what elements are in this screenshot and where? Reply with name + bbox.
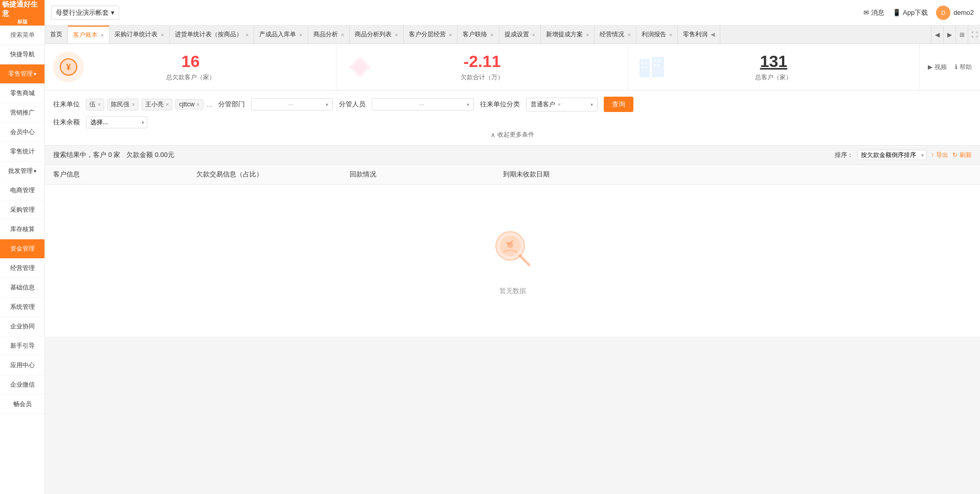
dept-dots-icon[interactable]: ···	[288, 101, 293, 108]
refresh-btn[interactable]: ↻ 刷新	[952, 151, 972, 160]
sidebar-item-basic-info[interactable]: 基础信息	[0, 278, 44, 298]
sidebar-item-new-guide[interactable]: 新手引导	[0, 336, 44, 356]
tab-improve-settings[interactable]: 提成设置 ×	[499, 26, 541, 44]
tab-new-improve[interactable]: 新增提成方案 ×	[541, 26, 595, 44]
col-due-date: 到期未收款日期	[503, 170, 972, 179]
tab-close-profit-report[interactable]: ×	[669, 32, 672, 38]
stat-bg-icon-2	[345, 52, 375, 82]
sidebar-item-member-center[interactable]: 会员中心	[0, 123, 44, 142]
help-doc-btn[interactable]: ℹ 帮助	[955, 63, 972, 72]
dept-input[interactable]: ··· ▾	[251, 98, 333, 110]
remove-tag-cjttcw[interactable]: ×	[196, 101, 199, 107]
app-download-btn[interactable]: 📱 App下载	[893, 8, 928, 17]
user-menu[interactable]: D demo2	[936, 6, 974, 20]
main-area: 母婴行业演示帐套 ▾ ✉ 消息 📱 App下载 D demo2 首页 客户账本 …	[45, 0, 980, 494]
person-input[interactable]: ··· ▾	[372, 98, 474, 110]
sidebar-item-enterprise-wechat[interactable]: 企业微信	[0, 375, 44, 395]
tab-close-improve-settings[interactable]: ×	[532, 32, 535, 38]
balance-select[interactable]: 选择...	[86, 116, 147, 128]
company-tag-wang: 王小亮 ×	[142, 99, 172, 110]
search-result-bar: 搜索结果中，客户 0 家 欠款金额 0.00元 排序： 按欠款金额倒序排序 ↑ …	[45, 146, 980, 165]
tab-goods-analysis-list[interactable]: 商品分析列表 ×	[350, 26, 403, 44]
tab-retail-profit[interactable]: 零售利润 ◀	[678, 26, 720, 44]
remove-tag-wu[interactable]: ×	[98, 101, 101, 107]
export-btn[interactable]: ↑ 导出	[931, 151, 948, 160]
empty-icon	[487, 226, 538, 278]
dept-filter-label: 分管部门	[218, 100, 245, 109]
tab-fullscreen[interactable]: ⛶	[968, 26, 980, 44]
dept-chevron-icon: ▾	[326, 102, 328, 107]
svg-rect-11	[658, 64, 660, 66]
sidebar-item-quick-nav[interactable]: 快捷导航	[0, 45, 44, 64]
tab-customer-capital[interactable]: 客户账本 ×	[68, 26, 109, 44]
sidebar-item-enterprise-collab[interactable]: 企业协同	[0, 317, 44, 336]
sidebar-item-retail-mgmt[interactable]: 零售管理 ▾	[0, 64, 44, 84]
person-dots-icon[interactable]: ···	[419, 101, 424, 108]
remove-tag-wang[interactable]: ×	[166, 101, 169, 107]
tab-product-instock[interactable]: 产成品入库单 ×	[254, 26, 308, 44]
building-icon	[637, 55, 666, 79]
query-button[interactable]: 查询	[604, 97, 633, 112]
stat-label-all: 总客户（家）	[755, 73, 792, 82]
collapse-btn[interactable]: ∧ 收起更多条件	[53, 130, 972, 139]
filter-row-1: 往来单位 伍 × 陈民强 × 王小亮 × cjttcw	[53, 97, 972, 112]
tab-operation-status[interactable]: 经营情况 ×	[595, 26, 636, 44]
video-help-btn[interactable]: ▶ 视频	[928, 63, 947, 72]
chevron-up-icon: ∧	[491, 131, 495, 139]
tab-close-operation-status[interactable]: ×	[627, 32, 630, 38]
tab-close-customer-capital[interactable]: ×	[101, 32, 104, 38]
svg-rect-4	[642, 62, 644, 64]
tab-expand[interactable]: ⊞	[955, 26, 968, 44]
tab-home[interactable]: 首页	[45, 26, 68, 44]
sidebar-item-retail-stats[interactable]: 零售统计	[0, 142, 44, 162]
refresh-icon: ↻	[952, 151, 958, 159]
tab-close-new-improve[interactable]: ×	[586, 32, 589, 38]
tab-customer-segment[interactable]: 客户分层经营 ×	[404, 26, 458, 44]
tab-purchase-order[interactable]: 采购订单统计表 ×	[109, 26, 169, 44]
sidebar-item-search-menu[interactable]: 搜索菜单	[0, 26, 44, 45]
tab-customer-contact[interactable]: 客户联络 ×	[458, 26, 499, 44]
sort-select[interactable]: 按欠款金额倒序排序	[857, 150, 927, 160]
tab-close-retail-profit[interactable]: ◀	[711, 31, 715, 38]
page-content: ¥ 16 总欠款客户（家） -2.11 欠款合计（万）	[45, 44, 980, 494]
account-selector[interactable]: 母婴行业演示帐套 ▾	[51, 6, 119, 20]
company-type-chevron-icon: ▾	[590, 102, 593, 107]
sidebar-item-ecommerce[interactable]: 电商管理	[0, 181, 44, 200]
tab-close-purchase-stats[interactable]: ×	[245, 32, 248, 38]
sidebar-item-retail-mall[interactable]: 零售商城	[0, 84, 44, 103]
tab-scroll-right[interactable]: ▶	[943, 26, 955, 44]
tab-profit-report[interactable]: 利润报告 ×	[636, 26, 678, 44]
remove-type-normal[interactable]: ×	[557, 101, 560, 107]
tab-close-customer-contact[interactable]: ×	[490, 32, 493, 38]
sidebar-item-batch-mgmt[interactable]: 批发管理 ▾	[0, 162, 44, 181]
avatar: D	[936, 6, 950, 20]
sidebar-item-finance-mgmt[interactable]: 资金管理	[0, 239, 44, 259]
messages-btn[interactable]: ✉ 消息	[863, 8, 884, 17]
sort-select-wrap: 按欠款金额倒序排序	[857, 150, 927, 160]
sidebar-item-system-mgmt[interactable]: 系统管理	[0, 298, 44, 317]
tab-scroll-left[interactable]: ◀	[931, 26, 943, 44]
tabbar: 首页 客户账本 × 采购订单统计表 × 进货单统计表（按商品） × 产成品入库单…	[45, 26, 980, 44]
sidebar-item-purchase-mgmt[interactable]: 采购管理	[0, 200, 44, 220]
tab-close-product-instock[interactable]: ×	[299, 32, 302, 38]
sidebar-item-app-center[interactable]: 应用中心	[0, 356, 44, 375]
tab-close-goods-analysis[interactable]: ×	[341, 32, 344, 38]
account-name: 母婴行业演示帐套	[56, 8, 109, 17]
tab-purchase-stats[interactable]: 进货单统计表（按商品） ×	[170, 26, 254, 44]
svg-rect-6	[642, 66, 644, 69]
logo-line1: 畅捷通好生意	[2, 0, 42, 18]
tab-goods-analysis[interactable]: 商品分析 ×	[308, 26, 350, 44]
company-tag-cjttcw: cjttcw ×	[175, 99, 203, 109]
sidebar-item-operations-mgmt[interactable]: 经营管理	[0, 259, 44, 278]
stat-value-all[interactable]: 131	[760, 52, 787, 71]
remove-tag-chen[interactable]: ×	[131, 101, 134, 107]
company-tags-more[interactable]: ...	[207, 100, 213, 108]
tab-close-purchase-order[interactable]: ×	[161, 32, 164, 38]
tab-close-customer-segment[interactable]: ×	[449, 32, 452, 38]
svg-rect-10	[654, 64, 656, 66]
company-type-input[interactable]: 普通客户 × ▾	[526, 98, 598, 111]
sidebar-item-vip-member[interactable]: 畅会员	[0, 395, 44, 414]
tab-close-goods-analysis-list[interactable]: ×	[395, 32, 398, 38]
sidebar-item-marketing[interactable]: 营销推广	[0, 103, 44, 123]
sidebar-item-inventory[interactable]: 库存核算	[0, 220, 44, 239]
